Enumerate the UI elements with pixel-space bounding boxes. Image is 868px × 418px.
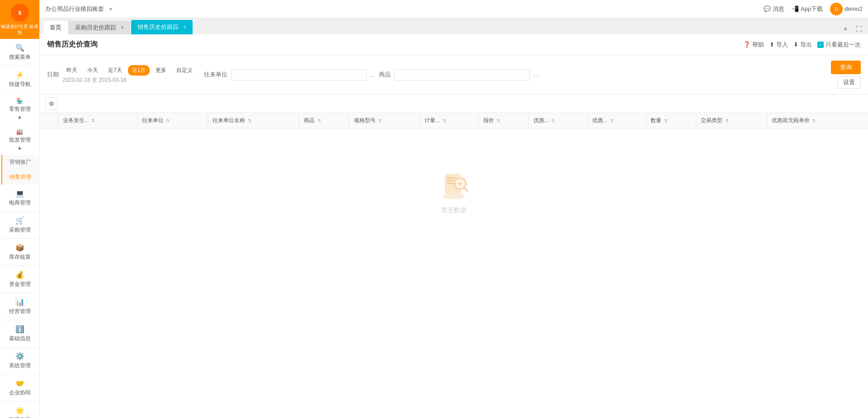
th-quote[interactable]: 报价 ⇅ bbox=[479, 113, 529, 128]
svg-point-2 bbox=[443, 194, 465, 199]
date-btn-custom[interactable]: 自定义 bbox=[172, 65, 197, 76]
th-product[interactable]: 商品 ⇅ bbox=[299, 113, 349, 128]
app-download-action[interactable]: 📲 App下载 bbox=[792, 5, 823, 13]
main-area: 办公用品行业模拟账套 ▾ 💬 消息 📲 App下载 D demo2 首页 bbox=[40, 0, 868, 418]
tab-sales-close-icon[interactable]: × bbox=[183, 24, 186, 30]
th-date[interactable]: 业务发生... ⇅ bbox=[58, 113, 137, 128]
sidebar-item-newbie[interactable]: 🌟 新手引导 bbox=[0, 402, 39, 418]
sidebar-item-retail[interactable]: 🏪 零售管理 ▲ bbox=[0, 93, 39, 124]
logo-icon: 6 bbox=[11, 4, 29, 22]
query-button[interactable]: 查询 bbox=[831, 61, 861, 74]
sidebar-item-enterprise[interactable]: 🤝 企业协同 bbox=[0, 375, 39, 402]
date-btn-today[interactable]: 今天 bbox=[83, 65, 102, 76]
logo-area: 6 畅捷通好生意 标准版 bbox=[0, 0, 39, 39]
topbar: 办公用品行业模拟账套 ▾ 💬 消息 📲 App下载 D demo2 bbox=[40, 0, 868, 18]
sidebar-item-ecom[interactable]: 💻 电商管理 bbox=[0, 185, 39, 212]
sidebar-item-search[interactable]: 🔍 搜索菜单 bbox=[0, 39, 39, 66]
export-action[interactable]: ⬇ 导出 bbox=[793, 41, 812, 49]
export-icon: ⬇ bbox=[793, 41, 798, 48]
content-wrapper: 销售历史价查询 ❓ 帮助 ⬆ 导入 ⬇ 导出 只看最后一次 bbox=[40, 34, 868, 418]
sort-icon-discount2: ⇅ bbox=[610, 118, 613, 123]
sidebar-item-basic-label: 基础信息 bbox=[9, 335, 31, 342]
sidebar-item-system[interactable]: ⚙️ 系统管理 bbox=[0, 347, 39, 375]
date-btn-more[interactable]: 更多 bbox=[151, 65, 170, 76]
sidebar-item-purchase[interactable]: 🛒 采购管理 bbox=[0, 212, 39, 239]
th-pretax-price[interactable]: 优惠前无税单价 ⇅ bbox=[767, 113, 868, 128]
sort-icon-unit: ⇅ bbox=[443, 118, 446, 123]
sidebar-item-finance[interactable]: 💰 资金管理 bbox=[0, 266, 39, 293]
filter-bar: 日期 昨天 今天 近7天 近1月 更多 自定义 2023-02-18 至 202… bbox=[40, 55, 868, 95]
empty-state: 暂无数据 bbox=[40, 128, 868, 251]
page-header: 销售历史价查询 ❓ 帮助 ⬆ 导入 ⬇ 导出 只看最后一次 bbox=[40, 34, 868, 55]
sidebar-item-basic[interactable]: ℹ️ 基础信息 bbox=[0, 320, 39, 347]
sort-icon-quote: ⇅ bbox=[496, 118, 500, 123]
set-button[interactable]: 设置 bbox=[837, 76, 861, 89]
svg-rect-5 bbox=[447, 180, 453, 181]
column-settings-btn[interactable]: ⚙ bbox=[45, 97, 58, 110]
only-last-label: 只看最后一次 bbox=[826, 41, 861, 49]
import-action[interactable]: ⬆ 导入 bbox=[769, 41, 788, 49]
sidebar-item-search-label: 搜索菜单 bbox=[9, 53, 31, 61]
th-quantity[interactable]: 数量 ⇅ bbox=[646, 113, 696, 128]
sort-icon-trade-type: ⇅ bbox=[725, 118, 729, 123]
partner-dots[interactable]: ... bbox=[370, 71, 375, 78]
only-last-toggle[interactable]: 只看最后一次 bbox=[817, 41, 861, 49]
th-partner-name[interactable]: 往来单位名称 ⇅ bbox=[208, 113, 299, 128]
partner-label: 往来单位 bbox=[204, 71, 227, 79]
date-btn-1month[interactable]: 近1月 bbox=[128, 65, 150, 76]
message-action[interactable]: 💬 消息 bbox=[764, 5, 784, 13]
partner-input[interactable] bbox=[231, 69, 367, 81]
product-input[interactable] bbox=[394, 69, 530, 81]
th-unit[interactable]: 计量... ⇅ bbox=[420, 113, 479, 128]
tab-sales-history[interactable]: 销售历史价跟踪 × bbox=[131, 20, 193, 34]
tab-home[interactable]: 首页 bbox=[43, 21, 68, 34]
th-discount2[interactable]: 优惠... ⇅ bbox=[587, 113, 646, 128]
sidebar-item-inventory-label: 库存核算 bbox=[9, 253, 31, 261]
app-download-icon: 📲 bbox=[792, 5, 799, 12]
sidebar: 6 畅捷通好生意 标准版 🔍 搜索菜单 ⚡ 快捷导航 🏪 零售管理 ▲ 🏭 批发… bbox=[0, 0, 40, 418]
sidebar-item-quick-nav[interactable]: ⚡ 快捷导航 bbox=[0, 66, 39, 93]
svg-line-9 bbox=[464, 188, 467, 191]
date-btn-yesterday[interactable]: 昨天 bbox=[62, 65, 81, 76]
sidebar-item-ops[interactable]: 📊 经营管理 bbox=[0, 293, 39, 320]
product-dots[interactable]: ... bbox=[533, 71, 538, 78]
sidebar-item-wholesale[interactable]: 🏭 批发管理 ▲ bbox=[0, 124, 39, 155]
tab-purchase-close-icon[interactable]: × bbox=[121, 24, 124, 31]
tab-close-all-btn[interactable]: × bbox=[840, 24, 851, 34]
sort-icon-discount1: ⇅ bbox=[551, 118, 555, 123]
user-area[interactable]: D demo2 bbox=[830, 3, 863, 15]
tab-maximize-btn[interactable]: ⛶ bbox=[854, 24, 864, 34]
basic-icon: ℹ️ bbox=[15, 325, 24, 333]
only-last-checkbox[interactable] bbox=[817, 42, 824, 48]
sidebar-item-finance-label: 资金管理 bbox=[9, 280, 31, 288]
date-btn-7days[interactable]: 近7天 bbox=[104, 65, 126, 76]
tabbar: 首页 采购历史价跟踪 × 销售历史价跟踪 × × ⛶ bbox=[40, 18, 868, 34]
sort-icon-date: ⇅ bbox=[91, 118, 95, 123]
marketing-sub-item[interactable]: 营销推广 bbox=[2, 155, 38, 170]
sales-mgmt-sub-item[interactable]: 销售管理 bbox=[2, 170, 38, 185]
empty-icon bbox=[436, 165, 472, 201]
finance-icon: 💰 bbox=[15, 271, 24, 279]
system-icon: ⚙️ bbox=[15, 352, 24, 361]
th-partner-code[interactable]: 往来单位 ⇅ bbox=[137, 113, 208, 128]
th-checkbox bbox=[40, 113, 58, 128]
tab-purchase-history[interactable]: 采购历史价跟踪 × bbox=[69, 21, 130, 34]
date-options: 昨天 今天 近7天 近1月 更多 自定义 bbox=[62, 65, 197, 76]
th-spec[interactable]: 规格型号 ⇅ bbox=[349, 113, 420, 128]
table-head: 业务发生... ⇅ 往来单位 ⇅ 往来单位名称 ⇅ 商品 bbox=[40, 113, 868, 128]
svg-text:6: 6 bbox=[18, 10, 21, 16]
gear-icon: ⚙ bbox=[49, 100, 54, 107]
page-actions: ❓ 帮助 ⬆ 导入 ⬇ 导出 只看最后一次 bbox=[743, 41, 861, 49]
product-label: 商品 bbox=[379, 71, 391, 79]
sales-mgmt-label: 销售管理 bbox=[9, 174, 31, 180]
avatar: D bbox=[830, 3, 843, 15]
ecom-icon: 💻 bbox=[15, 189, 24, 198]
sidebar-item-inventory[interactable]: 📦 库存核算 bbox=[0, 239, 39, 266]
dropdown-icon[interactable]: ▾ bbox=[109, 6, 112, 12]
th-discount1[interactable]: 优惠... ⇅ bbox=[528, 113, 587, 128]
date-filter-group: 日期 昨天 今天 近7天 近1月 更多 自定义 2023-02-18 至 202… bbox=[47, 65, 197, 84]
help-action[interactable]: ❓ 帮助 bbox=[743, 41, 764, 49]
query-actions: 查询 设置 bbox=[831, 61, 861, 89]
th-trade-type[interactable]: 交易类型 ⇅ bbox=[696, 113, 767, 128]
wholesale-icon: 🏭 bbox=[16, 128, 23, 135]
